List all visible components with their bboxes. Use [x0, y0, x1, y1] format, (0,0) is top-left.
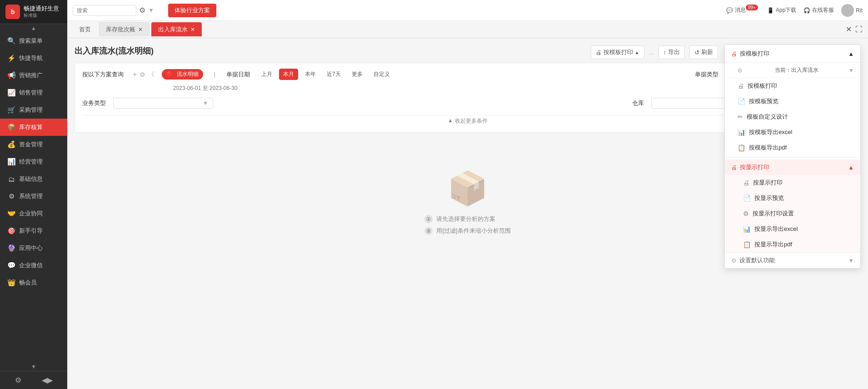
online-service-item[interactable]: 🎧 在线客服	[803, 6, 834, 14]
topbar-settings-icon[interactable]: ⚙	[139, 6, 145, 15]
tab-batch[interactable]: 库存批次账 ✕	[99, 22, 150, 36]
sidebar-item-guide[interactable]: 🎯 新手引导	[0, 222, 67, 239]
sales-icon: 📈	[7, 89, 15, 97]
sidebar-item-finance[interactable]: 💰 资金管理	[0, 136, 67, 153]
logo-icon: b	[5, 5, 20, 19]
template-custom-label: 模板自定义设计	[747, 113, 788, 121]
sidebar-item-label: 营销推广	[19, 71, 43, 80]
search-icon: 🔍	[7, 37, 15, 45]
guide-icon: 🎯	[7, 227, 15, 235]
filter-collapse-icon[interactable]: 《	[148, 70, 155, 79]
sidebar-item-label: 企业协同	[19, 209, 43, 218]
chevron-up-icon: ▲	[448, 117, 453, 125]
sidebar-item-wechat[interactable]: 💬 企业微信	[0, 257, 67, 274]
print-template-label: 按模板打印	[604, 48, 633, 56]
basic-icon: 🗂	[7, 175, 15, 183]
dropdown-chevron-up-icon[interactable]: ▲	[848, 50, 854, 57]
sidebar-item-basic[interactable]: 🗂 基础信息	[0, 170, 67, 188]
refresh-label: 刷新	[701, 48, 713, 56]
sidebar-scroll-up[interactable]: ▲	[0, 24, 67, 32]
date-custom-btn[interactable]: 自定义	[369, 69, 394, 80]
sidebar-scroll-down[interactable]: ▼	[0, 363, 67, 371]
sidebar: b 畅捷通好生意 标准版 ▲ 🔍 搜索菜单 ⚡ 快捷导航 📢 营销推广 📈 销售…	[0, 0, 67, 389]
filter-tag[interactable]: 🔴 流水明细	[162, 69, 203, 80]
display-section-chevron-up: ▲	[848, 164, 854, 171]
dropdown-item-template-preview[interactable]: 📄 按模板预览	[725, 94, 860, 109]
dropdown-item-template-pdf[interactable]: 📋 按模板导出pdf	[725, 140, 860, 155]
sidebar-item-search[interactable]: 🔍 搜索菜单	[0, 32, 67, 50]
dropdown-footer-label: 设置默认功能	[739, 256, 775, 264]
date-thismonth-btn[interactable]: 本月	[279, 69, 298, 80]
biztype-label: 业务类型	[82, 99, 106, 107]
export-btn[interactable]: ↑ 导出	[658, 45, 685, 59]
settings-bottom-icon[interactable]: ⚙	[15, 376, 21, 384]
expand-panel-icon[interactable]: ⛶	[855, 25, 863, 34]
biztype-select[interactable]: ▼	[113, 98, 213, 109]
sidebar-item-label: 应用中心	[19, 244, 43, 252]
dropdown-item-template-custom[interactable]: ✏ 模板自定义设计	[725, 109, 860, 125]
export-label: 导出	[668, 48, 680, 56]
template-preview-icon: 📄	[738, 98, 745, 105]
dropdown-item-template-print[interactable]: 🖨 按模板打印	[725, 78, 860, 94]
tab-home[interactable]: 首页	[73, 23, 97, 36]
tab-flow-close-icon[interactable]: ✕	[190, 26, 195, 33]
date-more-btn[interactable]: 更多	[348, 69, 367, 80]
warehouse-label: 仓库	[632, 99, 644, 107]
dropdown-item-display-print[interactable]: 🖨 按显示打印	[725, 175, 860, 190]
topbar-dropdown-icon[interactable]: ▼	[148, 7, 154, 14]
dropdown-display-section-header[interactable]: 🖨 按显示打印 ▲	[725, 160, 860, 175]
trial-button[interactable]: 体验行业方案	[168, 4, 216, 17]
sidebar-item-marketing[interactable]: 📢 营销推广	[0, 67, 67, 84]
dropdown-current[interactable]: ⊙ 当前：出入库流水 ▼	[725, 63, 860, 78]
step-1-num: ①	[424, 215, 433, 223]
display-section-label: 按显示打印	[740, 163, 769, 171]
dropdown-item-display-preview[interactable]: 📄 按显示预览	[725, 190, 860, 206]
sidebar-item-operations[interactable]: 📊 经营管理	[0, 153, 67, 170]
dropdown-item-display-excel[interactable]: 📊 按显示导出excel	[725, 221, 860, 237]
dropdown-item-template-excel[interactable]: 📊 按模板导出excel	[725, 125, 860, 140]
operations-icon: 📊	[7, 158, 15, 166]
template-pdf-label: 按模板导出pdf	[749, 144, 787, 152]
member-icon: 👑	[7, 279, 15, 287]
filter-tag-icon: 🔴	[166, 71, 173, 77]
sidebar-item-appcenter[interactable]: 🔮 应用中心	[0, 239, 67, 257]
purchase-icon: 🛒	[7, 106, 15, 114]
tabbar: 首页 库存批次账 ✕ 出入库流水 ✕ ✕ ⛶	[67, 21, 868, 38]
collapse-sidebar-icon[interactable]: ◀▶	[42, 376, 53, 384]
print-icon: 🖨	[596, 49, 602, 56]
user-avatar[interactable]: Rit	[841, 4, 863, 17]
filter-section-label: 按以下方案查询	[82, 70, 124, 79]
message-item[interactable]: 💬 消息 99+	[726, 6, 760, 14]
filter-settings-icon[interactable]: ⚙	[140, 71, 145, 78]
date-thisyear-btn[interactable]: 本年	[301, 69, 320, 80]
sidebar-item-system[interactable]: ⚙ 系统管理	[0, 188, 67, 205]
sidebar-item-label: 销售管理	[19, 89, 43, 97]
cooperation-icon: 🤝	[7, 209, 15, 218]
date-lastmonth-btn[interactable]: 上月	[257, 69, 276, 80]
sidebar-item-inventory[interactable]: 📦 库存核算	[0, 119, 67, 136]
template-pdf-icon: 📋	[738, 144, 745, 151]
sidebar-item-quicknav[interactable]: ⚡ 快捷导航	[0, 50, 67, 67]
tab-flow-label: 出入库流水	[158, 25, 188, 34]
dropdown-item-display-pdf[interactable]: 📋 按显示导出pdf	[725, 237, 860, 252]
sidebar-item-cooperation[interactable]: 🤝 企业协同	[0, 205, 67, 222]
tab-flow[interactable]: 出入库流水 ✕	[151, 22, 202, 36]
dropdown-item-display-settings[interactable]: ⚙ 按显示打印设置	[725, 206, 860, 221]
logo-line2: 标准版	[24, 12, 59, 19]
sidebar-item-sales[interactable]: 📈 销售管理	[0, 84, 67, 101]
filter-add-btn[interactable]: +	[133, 70, 137, 79]
display-section-icon: 🖨	[731, 164, 737, 171]
date-last7-btn[interactable]: 近7天	[323, 69, 345, 80]
tab-batch-close-icon[interactable]: ✕	[138, 26, 143, 33]
sidebar-item-purchase[interactable]: 🛒 采购管理	[0, 101, 67, 119]
actions-more-icon[interactable]: ...	[649, 49, 654, 56]
user-name: Rit	[856, 7, 863, 14]
sidebar-item-member[interactable]: 👑 畅会员	[0, 274, 67, 291]
template-excel-label: 按模板导出excel	[749, 128, 792, 136]
print-template-btn[interactable]: 🖨 按模板打印 ▲	[591, 45, 644, 59]
dropdown-footer[interactable]: ⚙ 设置默认功能 ▼	[725, 252, 860, 268]
close-panel-icon[interactable]: ✕	[846, 25, 852, 34]
refresh-btn[interactable]: ↺ 刷新	[689, 45, 718, 59]
app-download-item[interactable]: 📱 App下载	[767, 6, 796, 14]
topbar-search-input[interactable]	[73, 5, 136, 16]
